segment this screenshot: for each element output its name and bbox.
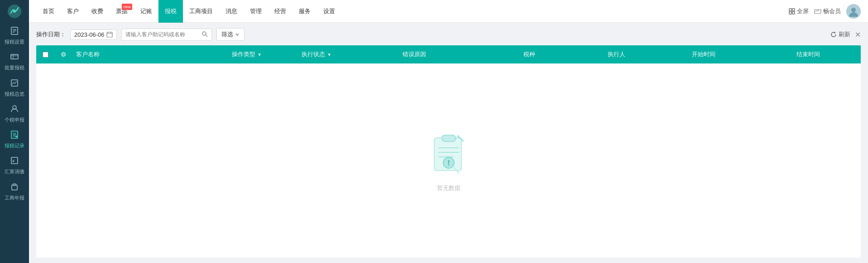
new-badge: new [122,4,132,10]
th-checkbox [36,45,54,63]
sidebar-item-huisuan-jiaona[interactable]: ¥ 汇算清缴 [0,152,29,178]
chevron-down-icon [235,32,240,37]
th-error-reason: 错误原因 [351,45,477,63]
fullscreen-button[interactable]: 全屏 [789,7,809,15]
svg-point-1 [13,10,16,13]
sidebar-label-baoshui-shezhi: 报税设置 [5,39,24,45]
topnav: 首页 客户 收费 票据 new 记账 报税 工商项目 消息 管理 经营 服务 设… [29,0,868,23]
fullscreen-icon [789,8,795,15]
search-button[interactable] [198,29,211,40]
th-end-time: 结束时间 [756,45,861,63]
table-body: 暂无数据 [36,63,861,258]
th-executor: 执行人 [582,45,652,63]
main-container: 首页 客户 收费 票据 new 记账 报税 工商项目 消息 管理 经营 服务 设… [29,0,868,263]
search-input[interactable] [122,29,198,39]
date-picker[interactable]: 2023-06-06 [70,29,117,40]
baoshui-zonglang-icon [10,78,19,90]
table-wrapper: ⚙ 客户名称 操作类型 ▼ 执行状态 ▼ 错误原因 税种 [36,45,861,258]
date-label: 操作日期： [36,30,66,39]
nav-gongshang-xiangmu[interactable]: 工商项目 [183,0,219,23]
nav-guanli[interactable]: 管理 [244,0,268,23]
filter-button[interactable]: 筛选 [216,28,245,41]
avatar-icon [846,4,861,19]
select-all-checkbox[interactable] [43,52,48,58]
sidebar-label-baoshui-jilu: 报税记录 [5,142,24,149]
sidebar-label-gongshang-nianbao: 工商年报 [5,195,24,201]
nav-fuwu[interactable]: 服务 [293,0,317,23]
huisuan-jiaona-icon: ¥ [10,156,19,167]
svg-point-15 [15,136,17,137]
nav-kehu[interactable]: 客户 [61,0,85,23]
close-button[interactable]: ✕ [855,30,861,39]
topnav-menu: 首页 客户 收费 票据 new 记账 报税 工商项目 消息 管理 经营 服务 设… [36,0,789,23]
svg-point-31 [202,32,206,35]
table-header: ⚙ 客户名称 操作类型 ▼ 执行状态 ▼ 错误原因 税种 [36,45,861,63]
piliang-baoshui-icon [10,52,19,63]
sidebar-item-baoshui-jilu[interactable]: 报税记录 [0,127,29,152]
sidebar-label-geshuisheqing: 个税申报 [5,117,24,123]
svg-rect-34 [442,135,456,141]
svg-rect-21 [792,9,795,11]
gongshang-nianbao-icon [10,182,19,194]
sort-icon-exec-status: ▼ [327,52,331,57]
refresh-button[interactable]: 刷新 [830,30,850,39]
vip-icon [814,8,821,15]
nav-shezhi[interactable]: 设置 [317,0,341,23]
empty-state: 暂无数据 [426,129,471,192]
sort-icon-op-type: ▼ [257,52,262,57]
th-tax-type: 税种 [477,45,582,63]
th-client-name: 客户名称 [72,45,212,63]
svg-rect-6 [11,54,18,59]
date-value: 2023-06-06 [74,31,105,38]
nav-xiaoxi[interactable]: 消息 [219,0,244,23]
baoshui-jilu-icon [10,130,19,141]
svg-text:¥: ¥ [12,159,15,163]
svg-point-26 [851,8,856,12]
settings-gear-icon[interactable]: ⚙ [61,51,67,58]
sidebar-logo [0,0,29,23]
nav-baoshui[interactable]: 报税 [158,0,183,23]
content-area: 操作日期： 2023-06-06 [29,23,868,263]
th-op-type: 操作类型 ▼ [212,45,282,63]
svg-rect-18 [12,185,17,190]
avatar[interactable] [846,4,861,19]
sidebar-item-baoshui-shezhi[interactable]: 报税设置 [0,23,29,49]
th-start-time: 开始时间 [652,45,756,63]
sidebar-item-geshuisheqing[interactable]: 个税申报 [0,101,29,127]
svg-rect-20 [789,9,791,11]
sidebar-label-piliang-baoshui: 批量报税 [5,64,24,71]
svg-point-40 [448,165,449,166]
nav-shoufei[interactable]: 收费 [85,0,110,23]
calendar-icon [106,31,113,38]
nav-piaoju[interactable]: 票据 new [110,0,134,23]
filter-label-text: 筛选 [221,30,233,39]
sidebar-item-baoshui-zonglang[interactable]: 报税总览 [0,75,29,101]
empty-illustration [426,129,471,179]
nav-jizhang[interactable]: 记账 [134,0,158,23]
th-settings: ⚙ [54,45,72,63]
empty-text: 暂无数据 [437,184,460,192]
nav-home[interactable]: 首页 [36,0,61,23]
filter-bar: 操作日期： 2023-06-06 [36,28,861,41]
vip-button[interactable]: 畅会员 [814,7,841,15]
search-icon [201,31,208,37]
th-exec-status: 执行状态 ▼ [282,45,351,63]
svg-line-32 [206,35,207,37]
nav-jingying[interactable]: 经营 [268,0,293,23]
svg-rect-27 [107,32,112,37]
search-box [121,29,212,41]
svg-rect-23 [792,12,795,14]
refresh-label: 刷新 [839,30,850,39]
refresh-icon [830,31,837,38]
sidebar-label-baoshui-zonglang: 报税总览 [5,91,24,97]
topnav-right: 全屏 畅会员 [789,4,861,19]
sidebar-item-piliang-baoshui[interactable]: 批量报税 [0,49,29,74]
sidebar-item-gongshang-nianbao[interactable]: 工商年报 [0,179,29,205]
baoshui-shezhi-icon [10,26,19,38]
sidebar-label-huisuan-jiaona: 汇算清缴 [5,168,24,175]
sidebar: 报税设置 批量报税 报税总览 个税申报 [0,0,29,263]
geshuisheqing-icon [10,104,19,116]
svg-rect-22 [789,12,791,14]
